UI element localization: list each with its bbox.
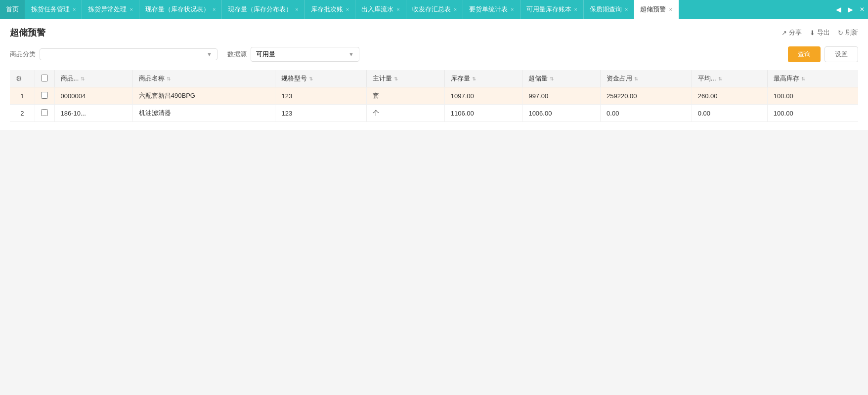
- row-stock: 1106.00: [444, 105, 522, 122]
- sort-avg-icon[interactable]: ⇅: [718, 76, 722, 81]
- table-row: 1 0000004 六配套新昌490BPG 123 套 1097.00 997.…: [10, 87, 858, 105]
- category-filter: 商品分类 ▼: [10, 48, 217, 60]
- sort-item-name-icon[interactable]: ⇅: [167, 76, 171, 81]
- datasource-value: 可用量: [256, 50, 275, 59]
- close-tab-collection-icon[interactable]: ×: [454, 6, 457, 12]
- gear-settings-icon[interactable]: ⚙: [16, 75, 22, 82]
- row-checkbox-cell: [35, 87, 54, 105]
- col-item-name-header: 商品名称 ⇅: [132, 70, 275, 87]
- export-icon: ⬇: [810, 29, 815, 37]
- category-select[interactable]: ▼: [40, 48, 217, 60]
- share-icon: ↗: [781, 29, 787, 37]
- row-item-name: 机油滤清器: [132, 105, 275, 122]
- table-header-row: ⚙ 商品... ⇅ 商品名称 ⇅: [10, 70, 858, 87]
- close-tab-abnormal-icon[interactable]: ×: [130, 6, 132, 12]
- sort-overstock-icon[interactable]: ⇅: [550, 76, 554, 81]
- refresh-icon: ↻: [838, 29, 843, 37]
- filter-action-buttons: 查询 设置: [788, 46, 858, 62]
- sort-stock-icon[interactable]: ⇅: [472, 76, 476, 81]
- nav-next-button[interactable]: ▶: [844, 0, 856, 19]
- col-capital-header: 资金占用 ⇅: [601, 70, 692, 87]
- export-button[interactable]: ⬇ 导出: [810, 28, 830, 37]
- nav-close-all-button[interactable]: ✕: [856, 0, 868, 19]
- row-overstock: 1006.00: [522, 105, 601, 122]
- close-tab-order-stat-icon[interactable]: ×: [511, 6, 514, 12]
- row-unit: 个: [367, 105, 445, 122]
- row-item-name: 六配套新昌490BPG: [132, 87, 275, 105]
- col-gear-header: ⚙: [10, 70, 35, 87]
- select-all-checkbox[interactable]: [41, 75, 48, 81]
- close-tab-batch-icon[interactable]: ×: [346, 6, 349, 12]
- nav-tab-expiry[interactable]: 保质期查询×: [584, 0, 634, 19]
- header-actions: ↗ 分享 ⬇ 导出 ↻ 刷新: [781, 28, 858, 37]
- close-tab-task-mgmt-icon[interactable]: ×: [73, 6, 76, 12]
- row-capital: 0.00: [601, 105, 692, 122]
- top-navigation: 首页拣货任务管理×拣货异常处理×现存量（库存状况表）×现存量（库存分布表）×库存…: [0, 0, 868, 19]
- table-row: 2 186-10... 机油滤清器 123 个 1106.00 1006.00 …: [10, 105, 858, 122]
- close-tab-stock-dist-icon[interactable]: ×: [295, 6, 298, 12]
- col-checkbox-header: [35, 70, 54, 87]
- row-number: 2: [10, 105, 35, 122]
- category-label: 商品分类: [10, 50, 36, 59]
- sort-unit-icon[interactable]: ⇅: [394, 76, 398, 81]
- nav-tab-available[interactable]: 可用量库存账本×: [521, 0, 584, 19]
- share-button[interactable]: ↗ 分享: [781, 28, 802, 37]
- col-stock-header: 库存量 ⇅: [444, 70, 522, 87]
- col-max-stock-header: 最高库存 ⇅: [767, 70, 858, 87]
- col-item-code-header: 商品... ⇅: [54, 70, 132, 87]
- nav-tab-inout[interactable]: 出入库流水×: [355, 0, 406, 19]
- row-max-stock: 100.00: [767, 87, 858, 105]
- nav-tab-home[interactable]: 首页: [0, 0, 25, 19]
- nav-tab-stock-status[interactable]: 现存量（库存状况表）×: [139, 0, 222, 19]
- sort-spec-icon[interactable]: ⇅: [309, 76, 313, 81]
- close-tab-stock-status-icon[interactable]: ×: [213, 6, 216, 12]
- row-item-code: 186-10...: [54, 105, 132, 122]
- col-spec-header: 规格型号 ⇅: [275, 70, 367, 87]
- row-stock: 1097.00: [444, 87, 522, 105]
- row-checkbox-1[interactable]: [41, 109, 48, 116]
- row-capital: 259220.00: [601, 87, 692, 105]
- close-tab-overstock-icon[interactable]: ×: [669, 6, 672, 12]
- refresh-button[interactable]: ↻ 刷新: [838, 28, 858, 37]
- row-unit: 套: [367, 87, 445, 105]
- row-spec: 123: [275, 105, 367, 122]
- row-number: 1: [10, 87, 35, 105]
- nav-tab-task-mgmt[interactable]: 拣货任务管理×: [25, 0, 82, 19]
- sort-item-code-icon[interactable]: ⇅: [81, 76, 85, 81]
- nav-tab-overstock[interactable]: 超储预警×: [634, 0, 678, 19]
- nav-prev-button[interactable]: ◀: [832, 0, 844, 19]
- row-checkbox-cell: [35, 105, 54, 122]
- page-header: 超储预警 ↗ 分享 ⬇ 导出 ↻ 刷新: [10, 27, 858, 39]
- nav-tab-abnormal[interactable]: 拣货异常处理×: [82, 0, 139, 19]
- sort-max-stock-icon[interactable]: ⇅: [801, 76, 805, 81]
- col-avg-header: 平均... ⇅: [692, 70, 767, 87]
- row-avg: 0.00: [692, 105, 767, 122]
- nav-tab-stock-dist[interactable]: 现存量（库存分布表）×: [222, 0, 304, 19]
- page-title: 超储预警: [10, 27, 45, 39]
- nav-tab-order-stat[interactable]: 要货单统计表×: [463, 0, 520, 19]
- row-checkbox-0[interactable]: [41, 92, 48, 99]
- close-tab-inout-icon[interactable]: ×: [396, 6, 399, 12]
- data-table: ⚙ 商品... ⇅ 商品名称 ⇅: [10, 70, 858, 122]
- page-content: 超储预警 ↗ 分享 ⬇ 导出 ↻ 刷新 商品分类 ▼ 数据源: [0, 19, 868, 130]
- sort-capital-icon[interactable]: ⇅: [634, 76, 638, 81]
- nav-tab-collection[interactable]: 收发存汇总表×: [406, 0, 463, 19]
- filter-area: 商品分类 ▼ 数据源 可用量 ▼ 查询 设置: [10, 46, 858, 62]
- close-tab-available-icon[interactable]: ×: [574, 6, 577, 12]
- row-overstock: 997.00: [522, 87, 601, 105]
- col-unit-header: 主计量 ⇅: [367, 70, 445, 87]
- row-spec: 123: [275, 87, 367, 105]
- row-max-stock: 100.00: [767, 105, 858, 122]
- col-overstock-header: 超储量 ⇅: [522, 70, 601, 87]
- datasource-dropdown-arrow: ▼: [348, 51, 354, 57]
- nav-tab-batch[interactable]: 库存批次账×: [305, 0, 355, 19]
- row-avg: 260.00: [692, 87, 767, 105]
- row-item-code: 0000004: [54, 87, 132, 105]
- datasource-filter: 数据源 可用量 ▼: [227, 47, 359, 62]
- query-button[interactable]: 查询: [788, 46, 821, 62]
- datasource-label: 数据源: [227, 50, 247, 59]
- settings-button[interactable]: 设置: [825, 46, 858, 62]
- datasource-select[interactable]: 可用量 ▼: [251, 47, 359, 62]
- category-dropdown-arrow: ▼: [207, 51, 212, 57]
- close-tab-expiry-icon[interactable]: ×: [625, 6, 628, 12]
